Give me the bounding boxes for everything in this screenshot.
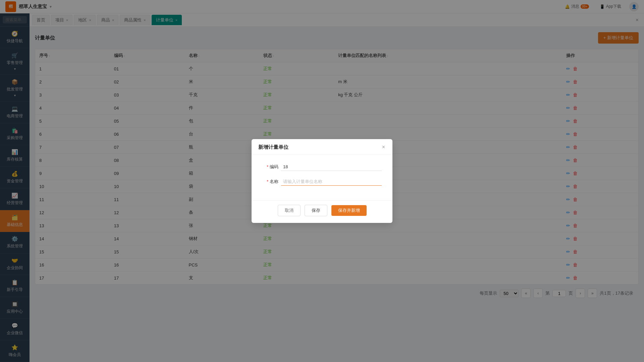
code-label: 编码: [262, 164, 278, 170]
name-input[interactable]: [281, 178, 382, 186]
name-label: 名称: [262, 179, 278, 185]
save-button[interactable]: 保存: [305, 205, 327, 216]
form-row-code: 编码: [262, 163, 382, 171]
modal-body: 编码 名称: [252, 155, 392, 198]
modal-header: 新增计量单位 ×: [252, 139, 392, 155]
modal-title: 新增计量单位: [258, 144, 288, 150]
add-unit-modal: 新增计量单位 × 编码 名称 取消 保存 保存并新增: [252, 139, 392, 223]
code-input[interactable]: [281, 163, 382, 171]
cancel-button[interactable]: 取消: [278, 205, 301, 216]
modal-close-button[interactable]: ×: [381, 144, 386, 150]
save-and-new-button[interactable]: 保存并新增: [331, 205, 367, 216]
form-row-name: 名称: [262, 178, 382, 186]
modal-footer: 取消 保存 保存并新增: [252, 200, 392, 223]
modal-overlay[interactable]: 新增计量单位 × 编码 名称 取消 保存 保存并新增: [0, 0, 644, 362]
